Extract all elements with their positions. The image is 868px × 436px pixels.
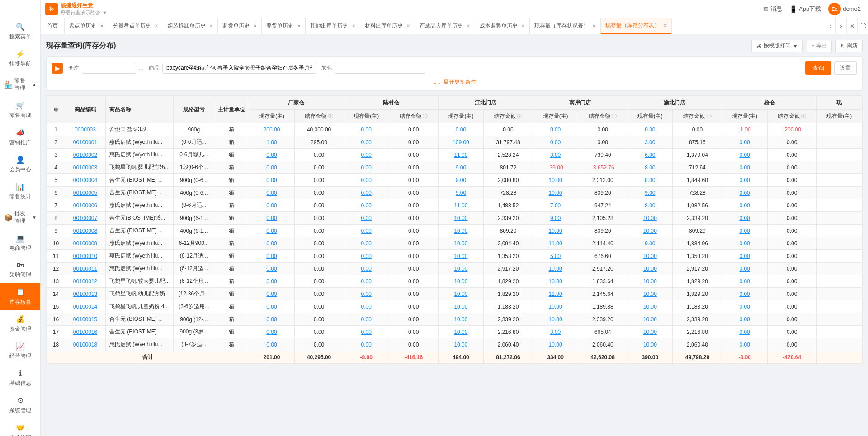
cell-value-link[interactable]: 0.00 [249, 338, 294, 351]
cell-value-link[interactable]: 0.00 [722, 313, 767, 326]
cell-value-link[interactable]: 0.00 [722, 149, 767, 161]
cell-value-link[interactable]: 00100015 [65, 313, 106, 326]
cell-value-link[interactable]: 0.00 [722, 288, 767, 300]
cell-value-link[interactable]: 10.00 [533, 263, 578, 275]
search-button[interactable]: 查询 [805, 61, 831, 75]
cell-value-link[interactable]: 0.00 [344, 326, 389, 338]
cell-value-link[interactable]: 10.00 [438, 300, 483, 313]
cell-value-link[interactable]: 0.00 [344, 275, 389, 288]
cell-value-link[interactable]: 10.00 [438, 288, 483, 300]
arrow-right-icon[interactable]: › [835, 18, 846, 34]
cell-value-link[interactable]: 0.00 [722, 250, 767, 263]
cell-value-link[interactable]: 0.00 [533, 123, 578, 136]
cell-value-link[interactable]: 200.00 [249, 123, 294, 136]
sidebar-item-member[interactable]: 👤 会员中心 [0, 151, 40, 178]
cell-value-link[interactable]: 10.00 [533, 313, 578, 326]
cell-value-link[interactable]: 10.00 [533, 174, 578, 187]
cell-value-link[interactable]: 0.00 [249, 225, 294, 237]
refresh-button[interactable]: ↻ 刷新 [835, 40, 863, 52]
tab-cost-adjust-history[interactable]: 成本调整单历史 ✕ [475, 18, 530, 34]
cell-value-link[interactable]: 0.00 [533, 136, 578, 149]
cell-value-link[interactable]: 0.00 [249, 326, 294, 338]
cell-value-link[interactable]: 0.00 [722, 300, 767, 313]
cell-value-link[interactable]: 0.00 [344, 174, 389, 187]
cell-value-link[interactable]: 3.00 [533, 149, 578, 161]
cell-value-link[interactable]: 00100010 [65, 250, 106, 263]
cell-value-link[interactable]: 0.00 [722, 212, 767, 225]
cell-value-link[interactable]: 10.00 [627, 313, 673, 326]
cell-value-link[interactable]: 10.00 [627, 338, 673, 351]
cell-value-link[interactable]: 00100008 [65, 225, 106, 237]
sidebar-item-purchase[interactable]: 🛍 采购管理 [0, 257, 40, 283]
sidebar-item-ecom[interactable]: 💻 电商管理 [0, 230, 40, 257]
cell-value-link[interactable]: 0.00 [722, 161, 767, 174]
info-icon[interactable]: ⓘ [423, 113, 428, 119]
filter-expand-button[interactable]: ▶ [52, 63, 63, 74]
cell-value-link[interactable]: 11.00 [533, 237, 578, 250]
cell-value-link[interactable]: 10.00 [533, 225, 578, 237]
cell-value-link[interactable]: 0.00 [722, 275, 767, 288]
message-button[interactable]: ✉ 消息 [763, 5, 782, 13]
cell-value-link[interactable]: 9.00 [438, 174, 483, 187]
cell-value-link[interactable]: -1.00 [722, 123, 767, 136]
info-icon[interactable]: ⓘ [707, 113, 712, 119]
close-tab-icon[interactable]: ✕ [253, 23, 257, 28]
cell-value-link[interactable]: 1.00 [249, 136, 294, 149]
expand-more-button[interactable]: ⌄⌄ 展开更多条件 [52, 78, 857, 86]
cell-value-link[interactable]: 0.00 [344, 237, 389, 250]
cell-value-link[interactable]: 11.00 [438, 199, 483, 212]
tab-outbound-history[interactable]: 其他出库单历史 ✕ [306, 18, 360, 34]
cell-value-link[interactable]: 0.00 [344, 338, 389, 351]
cell-value-link[interactable]: 0.00 [249, 275, 294, 288]
cell-value-link[interactable]: 10.00 [627, 326, 673, 338]
tab-home[interactable]: 首页 [41, 18, 65, 34]
sidebar-item-finance[interactable]: 💰 资金管理 [0, 310, 40, 338]
cell-value-link[interactable]: 00100011 [65, 263, 106, 275]
cell-value-link[interactable]: 11.00 [533, 288, 578, 300]
sidebar-item-quicknav[interactable]: ⚡ 快捷导航 [0, 45, 40, 72]
cell-value-link[interactable]: 10.00 [438, 338, 483, 351]
cell-value-link[interactable]: 10.00 [438, 225, 483, 237]
cell-value-link[interactable]: 0.00 [344, 250, 389, 263]
cell-value-link[interactable]: 11.00 [438, 149, 483, 161]
cell-value-link[interactable]: 10.00 [438, 275, 483, 288]
cell-value-link[interactable]: -39.00 [533, 161, 578, 174]
cell-value-link[interactable]: 0.00 [249, 313, 294, 326]
info-icon[interactable]: ⓘ [328, 113, 333, 119]
cell-value-link[interactable]: 10.00 [438, 237, 483, 250]
cell-value-link[interactable]: 10.00 [438, 313, 483, 326]
cell-value-link[interactable]: 0.00 [344, 313, 389, 326]
tab-requisition-history[interactable]: 要货单历史 ✕ [262, 18, 306, 34]
cell-value-link[interactable]: 0.00 [249, 161, 294, 174]
cell-value-link[interactable]: 109.00 [438, 136, 483, 149]
cell-value-link[interactable]: 10.00 [438, 263, 483, 275]
cell-value-link[interactable]: 0.00 [249, 199, 294, 212]
cell-value-link[interactable]: 0.00 [627, 123, 673, 136]
cell-value-link[interactable]: 0.00 [249, 250, 294, 263]
close-tab-icon[interactable]: ✕ [521, 23, 525, 28]
close-tab-icon[interactable]: ✕ [155, 23, 158, 28]
cell-value-link[interactable]: 0000003 [65, 123, 106, 136]
close-tab-icon[interactable]: ✕ [592, 23, 596, 28]
cell-value-link[interactable]: 0.00 [722, 174, 767, 187]
cell-value-link[interactable]: 0.00 [249, 187, 294, 199]
cell-value-link[interactable]: 10.00 [627, 300, 673, 313]
cell-value-link[interactable]: 0.00 [438, 123, 483, 136]
cell-value-link[interactable]: 0.00 [249, 174, 294, 187]
cell-value-link[interactable]: 3.00 [627, 136, 673, 149]
info-icon[interactable]: ⓘ [517, 113, 522, 119]
cell-value-link[interactable]: 0.00 [344, 225, 389, 237]
user-profile[interactable]: Ea demo2 [828, 3, 861, 15]
cell-value-link[interactable]: 0.00 [344, 123, 389, 136]
sidebar-item-baseinfo[interactable]: ℹ 基础信息 [0, 365, 40, 392]
cell-value-link[interactable]: 0.00 [344, 300, 389, 313]
cell-value-link[interactable]: 00100005 [65, 187, 106, 199]
cell-value-link[interactable]: 0.00 [722, 263, 767, 275]
cell-value-link[interactable]: 00100006 [65, 199, 106, 212]
tab-stock-status[interactable]: 现存量（库存状况表） ✕ [530, 18, 601, 34]
print-button[interactable]: 🖨 按模版打印 ▼ [751, 40, 803, 52]
cell-value-link[interactable]: 0.00 [722, 237, 767, 250]
cell-value-link[interactable]: 00100003 [65, 161, 106, 174]
info-icon[interactable]: ⓘ [612, 113, 617, 119]
cell-value-link[interactable]: 10.00 [627, 263, 673, 275]
